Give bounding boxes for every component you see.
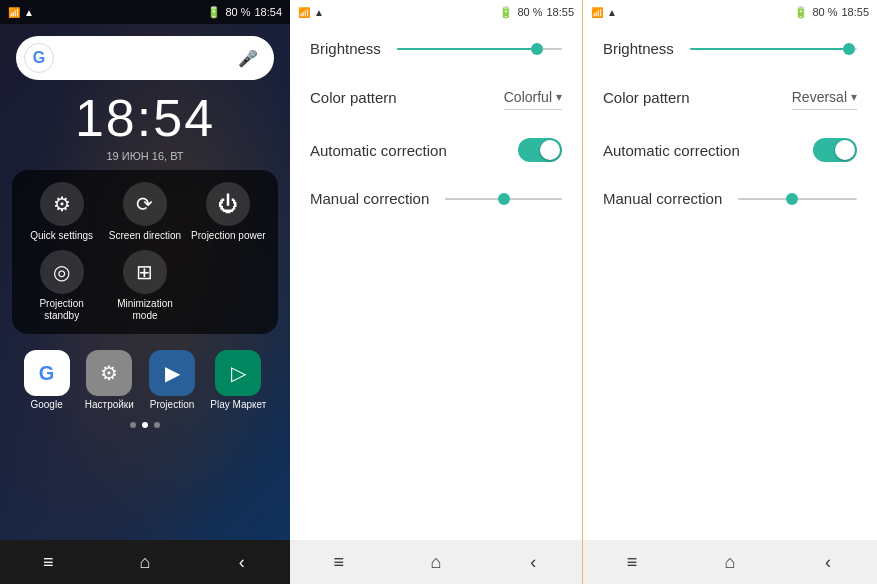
clock-widget: 18:54 19 ИЮН 16, ВТ (0, 88, 290, 162)
menu-button-middle[interactable]: ≡ (319, 542, 359, 582)
page-dots (0, 418, 290, 432)
quick-menu: ⚙ Quick settings ⟳ Screen direction ⏻ Pr… (12, 170, 278, 334)
brightness-thumb-middle[interactable] (531, 43, 543, 55)
manual-correction-row-right: Manual correction (603, 190, 857, 207)
status-bar-middle: 📶 ▲ 🔋 80 % 18:55 (290, 0, 582, 24)
menu-button-right[interactable]: ≡ (612, 542, 652, 582)
clock-time: 18:54 (0, 88, 290, 148)
screen-direction-label: Screen direction (109, 230, 181, 242)
home-button-right[interactable]: ⌂ (710, 542, 750, 582)
menu-item-screen-direction[interactable]: ⟳ Screen direction (107, 182, 182, 242)
auto-correction-label-right: Automatic correction (603, 142, 740, 159)
time-left: 18:54 (254, 6, 282, 18)
manual-thumb-right[interactable] (786, 193, 798, 205)
auto-correction-label-middle: Automatic correction (310, 142, 447, 159)
projection-standby-icon: ◎ (40, 250, 84, 294)
auto-correction-row-right: Automatic correction (603, 138, 857, 162)
wifi-icon-right: ▲ (607, 7, 617, 18)
dropdown-arrow-right: ▾ (851, 90, 857, 104)
status-left-middle: 📶 ▲ (298, 7, 324, 18)
projection-standby-label: Projection standby (24, 298, 99, 322)
dot-2 (142, 422, 148, 428)
battery-right: 80 % (812, 6, 837, 18)
auto-correction-toggle-right[interactable] (813, 138, 857, 162)
menu-grid: ⚙ Quick settings ⟳ Screen direction ⏻ Pr… (24, 182, 266, 322)
sim-icon-middle: 📶 (298, 7, 310, 18)
settings-content-right: Brightness Color pattern Reversal ▾ Auto… (583, 24, 877, 584)
battery-level-left: 80 % (225, 6, 250, 18)
battery-icon-middle: 🔋 (499, 6, 513, 19)
home-button-left[interactable]: ⌂ (125, 542, 165, 582)
back-button-middle[interactable]: ‹ (513, 542, 553, 582)
battery-icon-right: 🔋 (794, 6, 808, 19)
color-pattern-dropdown-middle[interactable]: Colorful ▾ (504, 85, 562, 110)
back-button-left[interactable]: ‹ (222, 542, 262, 582)
dropdown-arrow-middle: ▾ (556, 90, 562, 104)
menu-item-quick-settings[interactable]: ⚙ Quick settings (24, 182, 99, 242)
auto-correction-toggle-middle[interactable] (518, 138, 562, 162)
app-row: G Google ⚙ Настройки ▶ Projection ▷ (0, 342, 290, 418)
manual-fill-right (738, 198, 791, 200)
battery-middle: 80 % (517, 6, 542, 18)
color-pattern-value-right: Reversal (792, 89, 847, 105)
wifi-icon: ▲ (24, 7, 34, 18)
menu-item-projection-standby[interactable]: ◎ Projection standby (24, 250, 99, 322)
play-app-icon: ▷ (215, 350, 261, 396)
phone-panel: 📶 ▲ 🔋 80 % 18:54 G 🎤 18:54 19 ИЮН 16, ВТ… (0, 0, 290, 584)
color-pattern-dropdown-right[interactable]: Reversal ▾ (792, 85, 857, 110)
brightness-slider-middle[interactable] (397, 48, 562, 50)
auto-correction-row-middle: Automatic correction (310, 138, 562, 162)
brightness-fill-right (690, 48, 849, 50)
time-middle: 18:55 (546, 6, 574, 18)
sim-icon-right: 📶 (591, 7, 603, 18)
status-bar-right: 📶 ▲ 🔋 80 % 18:55 (583, 0, 877, 24)
brightness-slider-right[interactable] (690, 48, 857, 50)
status-right-middle: 🔋 80 % 18:55 (499, 6, 574, 19)
projection-app-icon: ▶ (149, 350, 195, 396)
menu-item-minimization[interactable]: ⊞ Minimization mode (107, 250, 182, 322)
manual-fill-middle (445, 198, 503, 200)
manual-correction-label-middle: Manual correction (310, 190, 429, 207)
dot-1 (130, 422, 136, 428)
phone-homescreen: G 🎤 18:54 19 ИЮН 16, ВТ ⚙ Quick settings… (0, 24, 290, 584)
dot-3 (154, 422, 160, 428)
color-pattern-label-right: Color pattern (603, 89, 690, 106)
play-label: Play Маркет (210, 399, 266, 410)
manual-thumb-middle[interactable] (498, 193, 510, 205)
status-left-right: 📶 ▲ (591, 7, 617, 18)
brightness-track-right (690, 48, 857, 50)
manual-correction-row-middle: Manual correction (310, 190, 562, 207)
nav-bar-right: ≡ ⌂ ‹ (583, 540, 877, 584)
app-projection[interactable]: ▶ Projection (149, 350, 195, 410)
minimization-icon: ⊞ (123, 250, 167, 294)
microphone-icon[interactable]: 🎤 (234, 44, 262, 72)
manual-correction-slider-right[interactable] (738, 198, 857, 200)
status-right-info: 🔋 80 % 18:54 (207, 6, 282, 19)
nav-bar-middle: ≡ ⌂ ‹ (290, 540, 582, 584)
brightness-track-middle (397, 48, 562, 50)
app-google[interactable]: G Google (24, 350, 70, 410)
brightness-thumb-right[interactable] (843, 43, 855, 55)
color-pattern-row-middle: Color pattern Colorful ▾ (310, 85, 562, 110)
manual-correction-slider-middle[interactable] (445, 198, 562, 200)
projection-power-label: Projection power (191, 230, 265, 242)
menu-button-left[interactable]: ≡ (28, 542, 68, 582)
minimization-label: Minimization mode (107, 298, 182, 322)
app-settings[interactable]: ⚙ Настройки (85, 350, 134, 410)
menu-item-projection-power[interactable]: ⏻ Projection power (191, 182, 266, 242)
nav-bar-left: ≡ ⌂ ‹ (0, 540, 290, 584)
brightness-row-middle: Brightness (310, 40, 562, 57)
color-pattern-row-right: Color pattern Reversal ▾ (603, 85, 857, 110)
color-pattern-label-middle: Color pattern (310, 89, 397, 106)
status-right-right: 🔋 80 % 18:55 (794, 6, 869, 19)
quick-settings-label: Quick settings (30, 230, 93, 242)
search-bar[interactable]: G 🎤 (16, 36, 274, 80)
settings-app-icon: ⚙ (86, 350, 132, 396)
battery-icon: 🔋 (207, 6, 221, 19)
settings-label: Настройки (85, 399, 134, 410)
home-button-middle[interactable]: ⌂ (416, 542, 456, 582)
google-label: Google (30, 399, 62, 410)
brightness-row-right: Brightness (603, 40, 857, 57)
back-button-right[interactable]: ‹ (808, 542, 848, 582)
app-play[interactable]: ▷ Play Маркет (210, 350, 266, 410)
